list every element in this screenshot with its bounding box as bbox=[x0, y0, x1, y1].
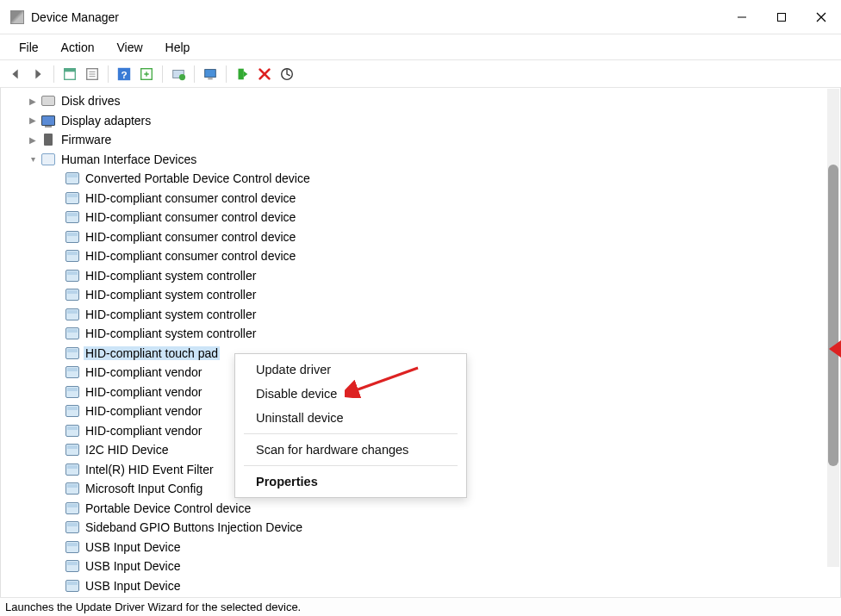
ctx-separator bbox=[244, 465, 458, 466]
tree-label: HID-compliant consumer control device bbox=[84, 230, 297, 244]
minimize-button[interactable] bbox=[722, 0, 762, 34]
tree-label: HID-compliant vendor bbox=[84, 404, 203, 418]
enable-button[interactable] bbox=[232, 64, 252, 84]
ctx-uninstall-device[interactable]: Uninstall device bbox=[235, 406, 466, 430]
tree-device[interactable]: USB Input Device bbox=[8, 538, 840, 557]
svg-point-14 bbox=[179, 74, 185, 80]
tree-device[interactable]: USB Input Device bbox=[8, 576, 840, 596]
properties-button[interactable] bbox=[82, 64, 103, 84]
tree-label: Disk drives bbox=[59, 94, 121, 108]
device-icon bbox=[65, 249, 80, 263]
vertical-scrollbar[interactable] bbox=[827, 89, 839, 567]
tree-category[interactable]: ▶Disk drives bbox=[8, 91, 840, 111]
tree-device[interactable]: HID-compliant system controller bbox=[8, 305, 840, 325]
maximize-button[interactable] bbox=[762, 0, 801, 34]
ctx-separator bbox=[244, 433, 458, 434]
update-driver-button[interactable] bbox=[168, 64, 189, 84]
menu-action[interactable]: Action bbox=[51, 37, 105, 58]
tree-label: I2C HID Device bbox=[84, 443, 170, 457]
ctx-scan-hardware[interactable]: Scan for hardware changes bbox=[235, 438, 466, 462]
action-button[interactable] bbox=[136, 64, 157, 84]
menu-help[interactable]: Help bbox=[155, 37, 201, 58]
help-button[interactable]: ? bbox=[114, 64, 134, 84]
menu-view[interactable]: View bbox=[106, 37, 153, 58]
scrollbar-thumb[interactable] bbox=[828, 165, 838, 466]
monitor-button[interactable] bbox=[200, 64, 221, 84]
tree-label: Portable Device Control device bbox=[84, 501, 252, 515]
tree-device[interactable]: HID-compliant system controller bbox=[8, 285, 840, 305]
tree-label: HID-compliant vendor bbox=[84, 424, 203, 438]
tree-label: Firmware bbox=[59, 133, 113, 146]
tree-label: HID-compliant touch pad bbox=[84, 346, 220, 360]
uninstall-button[interactable] bbox=[254, 64, 275, 84]
window-title: Device Manager bbox=[31, 10, 119, 24]
tree-device[interactable]: HID-compliant consumer control device bbox=[8, 227, 840, 247]
tree-label: Intel(R) HID Event Filter bbox=[84, 463, 215, 476]
tree-device[interactable]: HID-compliant consumer control device bbox=[8, 246, 840, 266]
chevron-right-icon[interactable]: ▶ bbox=[27, 115, 39, 125]
annotation-arrow-icon bbox=[345, 364, 422, 398]
tree-label: USB Input Device bbox=[84, 559, 183, 573]
show-hidden-button[interactable] bbox=[59, 64, 80, 84]
svg-rect-1 bbox=[778, 13, 786, 21]
menubar: File Action View Help bbox=[0, 34, 841, 60]
device-tree[interactable]: ▶Disk drives▶Display adapters▶Firmware▾H… bbox=[0, 88, 841, 599]
tree-label: HID-compliant consumer control device bbox=[84, 210, 297, 224]
device-icon bbox=[40, 133, 56, 146]
ctx-properties[interactable]: Properties bbox=[235, 470, 466, 494]
tree-label: Human Interface Devices bbox=[59, 152, 198, 166]
tree-device[interactable]: HID-compliant consumer control device bbox=[8, 208, 840, 227]
annotation-marker-icon bbox=[829, 340, 841, 358]
tree-device[interactable]: USB Input Device bbox=[8, 557, 840, 576]
device-icon bbox=[65, 443, 80, 457]
device-icon bbox=[65, 540, 80, 554]
tree-label: Converted Portable Device Control device bbox=[84, 171, 312, 185]
tree-device[interactable]: HID-compliant system controller bbox=[8, 324, 840, 344]
device-icon bbox=[65, 559, 80, 573]
device-icon bbox=[65, 346, 80, 360]
device-icon bbox=[65, 404, 80, 418]
tree-device[interactable]: Portable Device Control device bbox=[8, 499, 840, 519]
close-button[interactable] bbox=[801, 0, 841, 34]
tree-category-hid[interactable]: ▾Human Interface Devices bbox=[8, 150, 840, 170]
device-icon bbox=[65, 520, 80, 534]
tree-label: HID-compliant consumer control device bbox=[84, 249, 297, 263]
menu-file[interactable]: File bbox=[9, 37, 49, 58]
device-icon bbox=[40, 152, 56, 166]
chevron-right-icon[interactable]: ▶ bbox=[27, 135, 39, 145]
svg-rect-15 bbox=[205, 69, 216, 77]
tree-label: Sideband GPIO Buttons Injection Device bbox=[84, 520, 304, 534]
toolbar: ? bbox=[0, 60, 841, 88]
device-icon bbox=[65, 210, 80, 224]
tree-device[interactable]: Converted Portable Device Control device bbox=[8, 169, 840, 189]
app-icon bbox=[10, 10, 24, 24]
back-button[interactable] bbox=[5, 64, 26, 84]
chevron-right-icon[interactable]: ▶ bbox=[27, 96, 39, 106]
forward-button[interactable] bbox=[28, 64, 48, 84]
scan-button[interactable] bbox=[277, 64, 297, 84]
tree-category[interactable]: ▶Display adapters bbox=[8, 111, 840, 131]
device-icon bbox=[65, 171, 80, 185]
device-icon bbox=[65, 424, 80, 438]
chevron-down-icon[interactable]: ▾ bbox=[27, 154, 39, 164]
status-bar: Launches the Update Driver Wizard for th… bbox=[0, 597, 841, 616]
tree-category[interactable]: ▶Firmware bbox=[8, 130, 840, 150]
tree-label: USB Input Device bbox=[84, 579, 183, 593]
device-icon bbox=[40, 94, 56, 108]
tree-label: HID-compliant vendor bbox=[84, 365, 203, 379]
device-icon bbox=[65, 308, 80, 321]
titlebar: Device Manager bbox=[0, 0, 841, 34]
device-icon bbox=[40, 114, 56, 128]
tree-device[interactable]: HID-compliant consumer control device bbox=[8, 189, 840, 208]
svg-rect-16 bbox=[208, 78, 212, 79]
device-icon bbox=[65, 230, 80, 244]
tree-label: HID-compliant vendor bbox=[84, 385, 203, 399]
tree-device[interactable]: Sideband GPIO Buttons Injection Device bbox=[8, 518, 840, 538]
device-icon bbox=[65, 365, 80, 379]
tree-label: HID-compliant system controller bbox=[84, 288, 258, 302]
tree-device[interactable]: HID-compliant system controller bbox=[8, 266, 840, 286]
tree-label: HID-compliant system controller bbox=[84, 327, 258, 340]
device-icon bbox=[65, 482, 80, 495]
svg-line-19 bbox=[353, 368, 418, 391]
device-icon bbox=[65, 385, 80, 399]
